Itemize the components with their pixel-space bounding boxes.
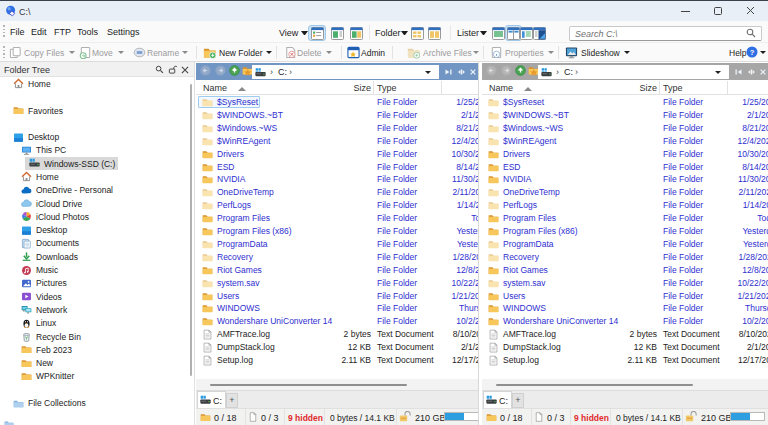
- svg-text:?: ?: [750, 48, 755, 57]
